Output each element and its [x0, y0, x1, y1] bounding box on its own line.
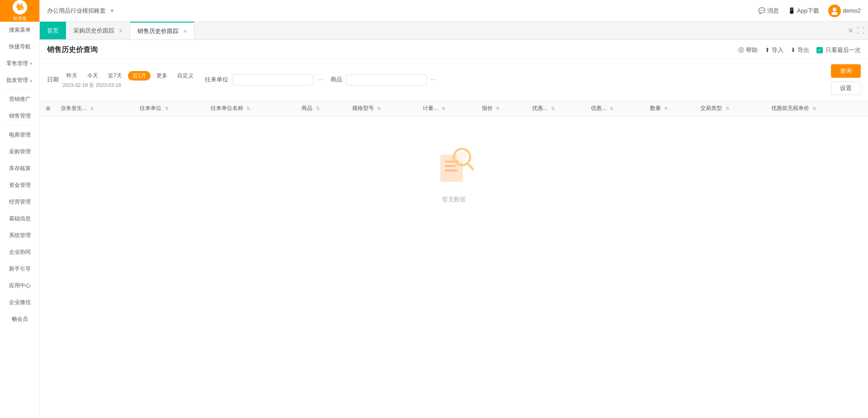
username: demo2 — [843, 7, 861, 14]
filter-settings-btn[interactable]: 设置 — [831, 81, 861, 95]
date-btn-today[interactable]: 今天 — [83, 71, 102, 81]
col-pretax-price[interactable]: 优惠前无税单价 ⇅ — [767, 101, 868, 116]
col-quote[interactable]: 报价 ⇅ — [477, 101, 528, 116]
sidebar-item-retail-mgmt[interactable]: 零售管理 ▼ — [0, 55, 39, 72]
col-product-label: 商品 — [302, 105, 312, 111]
sidebar-divider-1 — [4, 90, 36, 90]
filter-actions: 查询 设置 — [831, 64, 861, 95]
product-dots-btn[interactable]: ··· — [431, 76, 437, 84]
col-spec[interactable]: 规格型号 ⇅ — [348, 101, 419, 116]
date-btn-custom[interactable]: 自定义 — [173, 71, 198, 81]
maximize-btn[interactable]: ⛶ — [857, 27, 864, 35]
export-btn[interactable]: ⬇ 导出 — [791, 46, 809, 54]
sidebar-item-new-guide[interactable]: 新手引导 — [0, 261, 39, 277]
basic-info-label: 基础信息 — [9, 215, 31, 223]
sidebar-item-search-menu[interactable]: 搜索菜单 — [0, 22, 39, 38]
import-btn[interactable]: ⬆ 导入 — [765, 46, 783, 54]
col-settings[interactable]: ⚙ — [40, 101, 56, 116]
sidebar-item-system-mgmt[interactable]: 系统管理 — [0, 227, 39, 244]
wholesale-mgmt-arrow: ▲ — [29, 78, 33, 83]
col-unit[interactable]: 计量... ⇅ — [418, 101, 477, 116]
partner-filter-group: 往来单位 ··· — [205, 74, 323, 86]
col-quantity[interactable]: 数量 ⇅ — [646, 101, 696, 116]
sidebar-item-ecommerce[interactable]: 电商管理 — [0, 127, 39, 143]
sidebar-item-wholesale-mgmt[interactable]: 批发管理 ▲ — [0, 72, 39, 89]
product-filter-label: 商品 — [330, 76, 342, 84]
sales-mgmt-label: 销售管理 — [9, 112, 31, 120]
table-container: ⚙ 业务发生... ⇅ 往来单位 ⇅ 往来单位名称 ⇅ — [40, 101, 868, 418]
close-sales-tab-btn[interactable]: × — [183, 28, 187, 35]
sidebar-item-sales-mgmt[interactable]: 销售管理 — [0, 108, 39, 124]
message-icon: 💬 — [758, 7, 765, 14]
col-business-date[interactable]: 业务发生... ⇅ — [56, 101, 135, 116]
svg-point-8 — [457, 152, 467, 162]
col-discount2-sort: ⇅ — [610, 106, 613, 111]
date-btn-last7[interactable]: 近7天 — [104, 71, 126, 81]
query-btn[interactable]: 查询 — [831, 64, 861, 78]
only-last-checkbox-label[interactable]: ✓ 只看最后一次 — [816, 46, 861, 54]
col-partner-code-sort: ⇅ — [165, 106, 169, 111]
topbar-left: 办公用品行业模拟账套 ▼ — [47, 7, 115, 15]
col-pretax-price-label: 优惠前无税单价 — [771, 105, 809, 111]
user-profile[interactable]: demo2 — [828, 5, 861, 17]
sidebar-item-basic-info[interactable]: 基础信息 — [0, 210, 39, 227]
sidebar-item-quick-nav[interactable]: 快捷导航 — [0, 38, 39, 55]
export-label: 导出 — [797, 46, 809, 54]
topbar-title: 办公用品行业模拟账套 — [47, 7, 106, 15]
sidebar-item-marketing[interactable]: 营销推广 — [0, 91, 39, 108]
wholesale-mgmt-label: 批发管理 — [6, 76, 28, 84]
col-quantity-label: 数量 — [650, 105, 661, 111]
col-partner-name[interactable]: 往来单位名称 ⇅ — [206, 101, 297, 116]
col-spec-label: 规格型号 — [352, 105, 374, 111]
marketing-label: 营销推广 — [9, 95, 31, 103]
table-header: ⚙ 业务发生... ⇅ 往来单位 ⇅ 往来单位名称 ⇅ — [40, 101, 868, 116]
tab-home[interactable]: 首页 — [40, 22, 66, 39]
purchase-mgmt-label: 采购管理 — [9, 148, 31, 156]
page-title: 销售历史价查询 — [47, 45, 98, 55]
svg-rect-4 — [445, 165, 456, 167]
col-discount2[interactable]: 优惠... ⇅ — [586, 101, 645, 116]
tab-purchase-history[interactable]: 采购历史价跟踪 × — [66, 22, 130, 39]
col-unit-label: 计量... — [423, 105, 438, 111]
date-btn-yesterday[interactable]: 昨天 — [62, 71, 81, 81]
col-product[interactable]: 商品 ⇅ — [297, 101, 347, 116]
help-btn[interactable]: ⓪ 帮助 — [738, 46, 758, 54]
topbar-dropdown-icon[interactable]: ▼ — [109, 8, 115, 14]
sidebar-item-enterprise-wechat[interactable]: 企业微信 — [0, 294, 39, 311]
message-btn[interactable]: 💬 消息 — [758, 7, 779, 15]
sidebar-item-purchase-mgmt[interactable]: 采购管理 — [0, 143, 39, 160]
close-purchase-tab-btn[interactable]: × — [119, 27, 123, 34]
sidebar-item-finance[interactable]: 资金管理 — [0, 177, 39, 194]
settings-col-icon: ⚙ — [46, 105, 51, 112]
col-quantity-sort: ⇅ — [664, 106, 668, 111]
col-partner-code[interactable]: 往来单位 ⇅ — [135, 101, 206, 116]
tab-sales-history[interactable]: 销售历史价跟踪 × — [130, 22, 194, 39]
product-input[interactable] — [346, 74, 427, 86]
logo-icon: 畅 — [13, 0, 27, 14]
sidebar-item-member[interactable]: 畅会员 — [0, 311, 39, 328]
main-area: 办公用品行业模拟账套 ▼ 💬 消息 📱 App下载 demo2 首页 — [40, 0, 868, 418]
app-download-btn[interactable]: 📱 App下载 — [788, 7, 819, 15]
sidebar-item-enterprise-coop[interactable]: 企业协同 — [0, 244, 39, 261]
message-label: 消息 — [767, 7, 779, 15]
partner-dots-btn[interactable]: ··· — [317, 76, 323, 84]
quick-nav-label: 快捷导航 — [9, 43, 31, 51]
col-partner-name-label: 往来单位名称 — [211, 105, 243, 111]
user-avatar — [828, 5, 841, 17]
partner-input[interactable] — [232, 74, 313, 86]
app-logo[interactable]: 畅 标准版 — [0, 0, 39, 22]
sidebar-item-inventory[interactable]: 库存核算 — [0, 160, 39, 177]
import-label: 导入 — [772, 46, 783, 54]
system-mgmt-label: 系统管理 — [9, 232, 31, 239]
close-all-tabs-btn[interactable]: ✕ — [848, 26, 854, 35]
col-trade-type[interactable]: 交易类型 ⇅ — [696, 101, 767, 116]
sidebar-item-operations[interactable]: 经营管理 — [0, 194, 39, 210]
tab-purchase-label: 采购历史价跟踪 — [73, 27, 114, 35]
sidebar-item-app-center[interactable]: 应用中心 — [0, 277, 39, 294]
date-btn-last1m[interactable]: 近1月 — [128, 71, 151, 81]
filter-bar: 日期 昨天 今天 近7天 近1月 更多 自定义 2023-02-18 至 202… — [40, 59, 868, 101]
date-btn-more[interactable]: 更多 — [152, 71, 171, 81]
col-discount1[interactable]: 优惠... ⇅ — [528, 101, 586, 116]
only-last-checkbox[interactable]: ✓ — [816, 47, 823, 53]
retail-mgmt-label: 零售管理 — [6, 60, 28, 67]
